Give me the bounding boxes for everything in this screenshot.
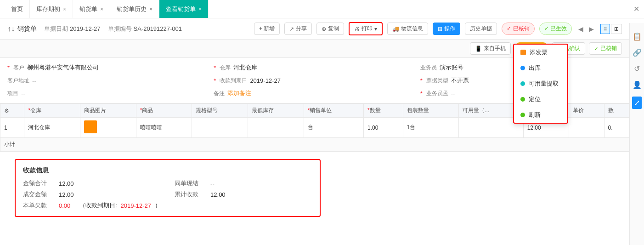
summary-grid: 金额合计 12.00 同单现结 -- 成交金额 12.00 累计收款	[23, 179, 312, 210]
col-price: 单价	[569, 104, 604, 118]
effect-status-btn[interactable]: ✓ 已生效	[539, 23, 572, 35]
doc-date-field: 单据日期 2019-12-27	[44, 25, 101, 33]
close-tab-inventory[interactable]: ×	[63, 6, 66, 12]
from-phone-btn[interactable]: 📱 来自手机	[470, 42, 511, 55]
next-arrow[interactable]: ▶	[587, 24, 596, 34]
share-button[interactable]: ↗ 分享	[284, 23, 312, 35]
view-grid-btn[interactable]: ⊞	[611, 24, 622, 34]
row-unit[interactable]: 台	[304, 118, 363, 138]
row-warehouse[interactable]: 河北仓库	[24, 118, 80, 138]
copy-icon: ⊕	[322, 26, 326, 32]
tab-view-sales[interactable]: 查看销货单 ×	[159, 0, 209, 18]
tab-sales-history[interactable]: 销货单历史 ×	[110, 0, 159, 18]
col-spec: 规格型号	[192, 104, 248, 118]
col-amount: 数	[604, 104, 629, 118]
dropdown-item-refresh[interactable]: 刷新	[514, 107, 567, 123]
total-field: 金额合计 12.00	[23, 179, 161, 188]
payment-date-field: * 收款到期日 2019-12-27	[214, 76, 415, 85]
verified-btn[interactable]: ✓ 已核销	[589, 42, 622, 55]
doc-title: ↑↓ 销货单	[7, 25, 37, 33]
summary-section: 收款信息 金额合计 12.00 同单现结 -- 成交金额 12.00	[15, 159, 321, 217]
product-image	[84, 120, 97, 133]
view-list-btn[interactable]: ≡	[600, 24, 610, 34]
sold-status-btn[interactable]: ✓ 已核销	[502, 23, 534, 35]
grid-icon: ⊞	[438, 26, 442, 32]
row-product[interactable]: 嘻嘻嘻嘻	[136, 118, 192, 138]
summary-title: 收款信息	[23, 166, 312, 175]
copy-button[interactable]: ⊕ 复制	[316, 23, 344, 35]
dropdown-item-outbound[interactable]: 出库	[514, 60, 567, 76]
row-price[interactable]	[569, 118, 604, 138]
outbound-icon	[520, 66, 525, 70]
close-tab-view-sales[interactable]: ×	[198, 6, 202, 12]
right-icon-expand[interactable]: ⤢	[632, 97, 642, 109]
main-toolbar: + 新增 ↗ 分享 ⊕ 复制 🖨 打印 ▾ 🚚	[254, 22, 622, 35]
dropdown-item-locate[interactable]: 定位	[514, 91, 567, 107]
refresh-icon	[520, 113, 525, 117]
truck-icon: 🚚	[392, 26, 399, 32]
summary-wrapper: 收款信息 金额合计 12.00 同单现结 -- 成交金额 12.00	[0, 152, 629, 224]
dropdown-item-add-invoice[interactable]: 添发票	[514, 45, 567, 60]
close-tab-history[interactable]: ×	[149, 6, 153, 12]
operation-dropdown: 添发票 出库 可用量提取 定位 刷新	[513, 44, 568, 124]
row-pack-qty[interactable]: 1台	[403, 118, 459, 138]
close-tab-sales[interactable]: ×	[100, 6, 103, 12]
add-invoice-icon	[520, 50, 526, 55]
row-min-stock	[248, 118, 304, 138]
col-warehouse: *仓库	[24, 104, 80, 118]
tab-home[interactable]: 首页	[5, 0, 30, 18]
print-dropdown-icon: ▾	[374, 26, 377, 32]
locate-icon	[520, 97, 525, 102]
doc-meta: 单据日期 2019-12-27 单据编号 SA-20191227-001	[44, 25, 182, 33]
cumulative-field: 累计收款 12.00	[175, 190, 312, 199]
print-button[interactable]: 🖨 打印 ▾	[349, 22, 383, 35]
add-remark-btn[interactable]: 添加备注	[227, 89, 251, 97]
tab-sales-order[interactable]: 销货单 ×	[73, 0, 110, 18]
logistics-button[interactable]: 🚚 物流信息	[387, 23, 428, 35]
row-index: 1	[0, 118, 24, 138]
right-icon-doc[interactable]: 📋	[633, 32, 642, 41]
col-product: *商品	[136, 104, 192, 118]
col-image: 商品图片	[80, 104, 136, 118]
customer-field: * 客户 柳州粤港平安气体有限公司	[7, 63, 209, 72]
col-unit: *销售单位	[304, 104, 363, 118]
row-qty[interactable]: 1.00	[364, 118, 403, 138]
tab-bar: 首页 库存期初 × 销货单 × 销货单历史 × 查看销货单 × ✕	[0, 0, 644, 18]
row-spec	[192, 118, 248, 138]
this-order-field: 本单欠款 0.00 （收款到期日: 2019-12-27 ）	[23, 201, 161, 210]
phone-icon: 📱	[475, 46, 482, 52]
doc-icon: ↑↓	[7, 25, 15, 33]
tab-inventory-init[interactable]: 库存期初 ×	[30, 0, 73, 18]
right-icon-refresh[interactable]: ↺	[634, 64, 640, 73]
col-settings[interactable]: ⚙	[0, 104, 24, 118]
verified-icon: ✓	[594, 46, 599, 52]
share-icon: ↗	[289, 26, 294, 32]
doc-number-field: 单据编号 SA-20191227-001	[108, 25, 182, 33]
right-icon-link[interactable]: 🔗	[633, 48, 642, 57]
nav-arrows: ◀ ▶	[576, 24, 596, 34]
subtotal-label: 小计	[0, 138, 629, 152]
print-icon: 🖨	[354, 26, 360, 32]
doc-date-value: 2019-12-27	[70, 25, 101, 32]
project-field: 项目 --	[7, 89, 209, 97]
warehouse-field: * 仓库 河北仓库	[214, 63, 415, 72]
operation-button[interactable]: ⊞ 操作	[433, 23, 460, 35]
right-icon-user[interactable]: 👤	[633, 80, 642, 89]
remark-field: 备注 添加备注	[214, 89, 415, 97]
available-qty-icon	[520, 81, 525, 86]
row-amount: 0.	[604, 118, 629, 138]
right-panel: 📋 🔗 ↺ 👤 ⤢	[629, 23, 644, 245]
deal-amount-field: 成交金额 12.00	[23, 190, 161, 199]
prev-arrow[interactable]: ◀	[576, 24, 585, 34]
col-pack-qty: 包装数量	[403, 104, 459, 118]
doc-number-value: SA-20191227-001	[134, 25, 182, 32]
history-button[interactable]: 历史单据	[465, 23, 497, 35]
dropdown-item-available-qty[interactable]: 可用量提取	[514, 76, 567, 91]
new-button[interactable]: + 新增	[254, 23, 280, 35]
doc-header: ↑↓ 销货单 单据日期 2019-12-27 单据编号 SA-20191227-…	[0, 18, 629, 40]
doc-type-label: 销货单	[17, 25, 37, 33]
view-toggle: ≡ ⊞	[600, 24, 622, 34]
col-qty: *数量	[364, 104, 403, 118]
global-close-btn[interactable]: ✕	[633, 5, 639, 13]
subtotal-row: 小计	[0, 138, 629, 152]
